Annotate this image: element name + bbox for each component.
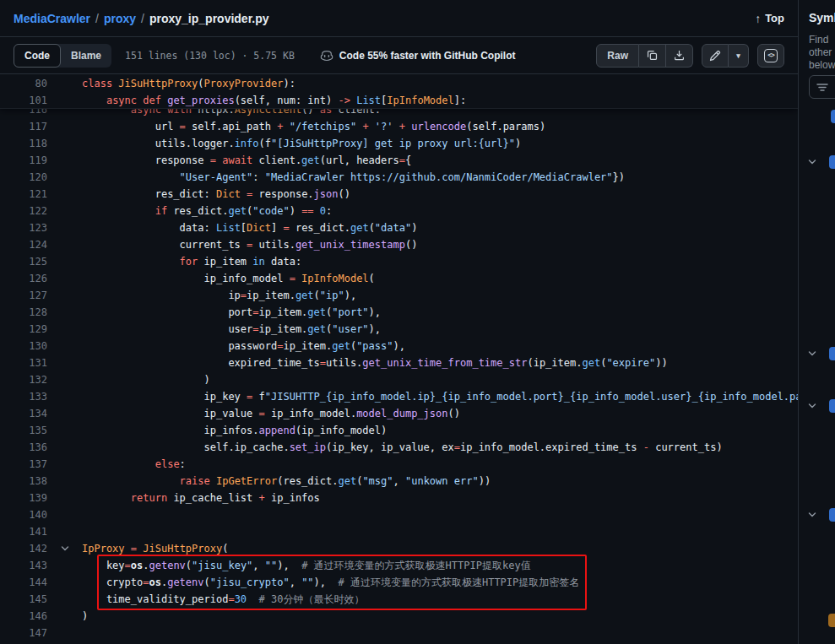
line-number[interactable]: 125 bbox=[0, 253, 47, 270]
symbol-row[interactable] bbox=[808, 155, 835, 169]
chevron-down-icon[interactable] bbox=[808, 511, 816, 519]
line-number[interactable]: 121 bbox=[0, 186, 47, 203]
line-number[interactable]: 126 bbox=[0, 270, 47, 287]
line-number[interactable]: 123 bbox=[0, 219, 47, 236]
code-blame-switch: Code Blame bbox=[14, 44, 111, 68]
symbol-row[interactable] bbox=[808, 508, 835, 522]
code-text: return ip_cache_list + ip_infos bbox=[82, 490, 320, 506]
gutter-spacer bbox=[47, 439, 82, 456]
caret-down-icon: ▾ bbox=[736, 51, 740, 60]
symbol-row[interactable] bbox=[831, 110, 835, 123]
tab-code[interactable]: Code bbox=[14, 44, 61, 68]
tab-blame[interactable]: Blame bbox=[61, 44, 111, 68]
file-header: MediaCrawler / proxy / proxy_ip_provider… bbox=[0, 0, 798, 37]
line-number[interactable]: 143 bbox=[0, 557, 47, 574]
line-number[interactable]: 145 bbox=[0, 591, 47, 608]
symbol-row[interactable] bbox=[808, 347, 835, 360]
symbols-panel-description: Find other below bbox=[809, 34, 835, 72]
code-line: 143 key=os.getenv("jisu_key", ""), # 通过环… bbox=[0, 557, 798, 574]
copilot-icon bbox=[320, 49, 333, 62]
line-number[interactable]: 137 bbox=[0, 456, 47, 473]
line-number[interactable]: 119 bbox=[0, 152, 47, 169]
line-number[interactable]: 128 bbox=[0, 304, 47, 321]
line-number[interactable]: 132 bbox=[0, 371, 47, 388]
pencil-icon bbox=[709, 50, 721, 62]
line-number[interactable]: 144 bbox=[0, 574, 47, 591]
breadcrumb-folder-link[interactable]: proxy bbox=[104, 12, 136, 25]
copilot-banner-text: Code 55% faster with GitHub Copilot bbox=[339, 50, 516, 62]
gutter-spacer bbox=[47, 203, 82, 219]
gutter-spacer bbox=[47, 591, 82, 608]
chevron-down-icon[interactable] bbox=[808, 158, 816, 166]
code-lines: 116 async with httpx.AsyncClient() as cl… bbox=[0, 101, 798, 641]
code-line: 142IpProxy = JiSuHttpProxy( bbox=[0, 540, 798, 557]
code-line: 121 res_dict: Dict = response.json() bbox=[0, 186, 798, 203]
line-number[interactable]: 135 bbox=[0, 422, 47, 439]
line-number[interactable]: 130 bbox=[0, 338, 47, 354]
sticky-context[interactable]: 80class JiSuHttpProxy(ProxyProvider):101… bbox=[0, 74, 798, 109]
symbol-row[interactable] bbox=[828, 614, 835, 627]
line-number[interactable]: 131 bbox=[0, 354, 47, 371]
line-number[interactable]: 118 bbox=[0, 135, 47, 152]
line-number[interactable]: 120 bbox=[0, 169, 47, 186]
gutter-spacer bbox=[47, 608, 82, 625]
line-number[interactable]: 133 bbox=[0, 388, 47, 405]
code-text: raise IpGetError(res_dict.get("msg", "un… bbox=[82, 473, 491, 490]
github-file-view: MediaCrawler / proxy / proxy_ip_provider… bbox=[0, 0, 835, 644]
code-line: 134 ip_value = ip_info_model.model_dump_… bbox=[0, 405, 798, 422]
code-line: 127 ip=ip_item.get("ip"), bbox=[0, 287, 798, 304]
line-number[interactable]: 117 bbox=[0, 118, 47, 135]
gutter-spacer bbox=[47, 490, 82, 506]
breadcrumb-repo-link[interactable]: MediaCrawler bbox=[14, 12, 90, 25]
code-line: 118 utils.logger.info(f"[JiSuHttpProxy] … bbox=[0, 135, 798, 152]
code-symbols-icon: <> bbox=[764, 49, 778, 62]
line-number[interactable]: 80 bbox=[0, 75, 47, 92]
chevron-down-icon[interactable] bbox=[808, 349, 816, 358]
code-text: else: bbox=[82, 456, 186, 473]
file-meta: 151 lines (130 loc) · 5.75 KB bbox=[125, 50, 295, 62]
raw-button[interactable]: Raw bbox=[596, 44, 639, 68]
edit-dropdown-button[interactable]: ▾ bbox=[729, 44, 749, 68]
code-text: ip_key = f"JISUHTTP_{ip_info_model.ip}_{… bbox=[82, 388, 798, 405]
copy-button[interactable] bbox=[639, 44, 666, 68]
symbol-row[interactable] bbox=[808, 399, 835, 413]
line-number[interactable]: 129 bbox=[0, 321, 47, 338]
line-number[interactable]: 134 bbox=[0, 405, 47, 422]
breadcrumb-separator: / bbox=[141, 12, 144, 25]
breadcrumb-separator: / bbox=[95, 12, 99, 25]
gutter-spacer bbox=[47, 321, 82, 338]
gutter-spacer bbox=[47, 456, 82, 473]
line-number[interactable]: 138 bbox=[0, 473, 47, 490]
line-number[interactable]: 127 bbox=[0, 287, 47, 304]
gutter-spacer bbox=[47, 523, 82, 540]
line-number[interactable]: 147 bbox=[0, 625, 47, 641]
code-line: 128 port=ip_item.get("port"), bbox=[0, 304, 798, 321]
line-number[interactable]: 141 bbox=[0, 523, 47, 540]
gutter-spacer bbox=[47, 135, 82, 152]
gutter-spacer bbox=[47, 152, 82, 169]
code-text: crypto=os.getenv("jisu_crypto", ""), # 通… bbox=[82, 574, 579, 591]
line-number[interactable]: 142 bbox=[0, 540, 47, 557]
gutter-spacer bbox=[47, 506, 82, 523]
line-number[interactable]: 140 bbox=[0, 506, 47, 523]
edit-button[interactable] bbox=[702, 44, 729, 68]
collapse-chevron-icon[interactable] bbox=[47, 540, 82, 557]
chevron-down-icon[interactable] bbox=[808, 402, 816, 410]
line-number[interactable]: 139 bbox=[0, 490, 47, 506]
code-line: 136 self.ip_cache.set_ip(ip_key, ip_valu… bbox=[0, 439, 798, 456]
back-to-top-link[interactable]: ↑ Top bbox=[755, 12, 784, 25]
line-number[interactable]: 136 bbox=[0, 439, 47, 456]
gutter-spacer bbox=[47, 304, 82, 321]
line-number[interactable]: 124 bbox=[0, 236, 47, 253]
code-text: ) bbox=[82, 608, 88, 625]
code-line: 141 bbox=[0, 523, 798, 540]
line-number[interactable]: 146 bbox=[0, 608, 47, 625]
line-number[interactable]: 122 bbox=[0, 203, 47, 219]
line-number[interactable]: 101 bbox=[0, 92, 47, 109]
code-text: ip_infos.append(ip_info_model) bbox=[82, 422, 387, 439]
filter-symbols-input[interactable] bbox=[809, 75, 835, 99]
symbols-panel-toggle[interactable]: <> bbox=[757, 44, 784, 68]
symbol-kind-icon bbox=[829, 155, 835, 169]
download-button[interactable] bbox=[666, 44, 693, 68]
gutter-spacer bbox=[47, 422, 82, 439]
